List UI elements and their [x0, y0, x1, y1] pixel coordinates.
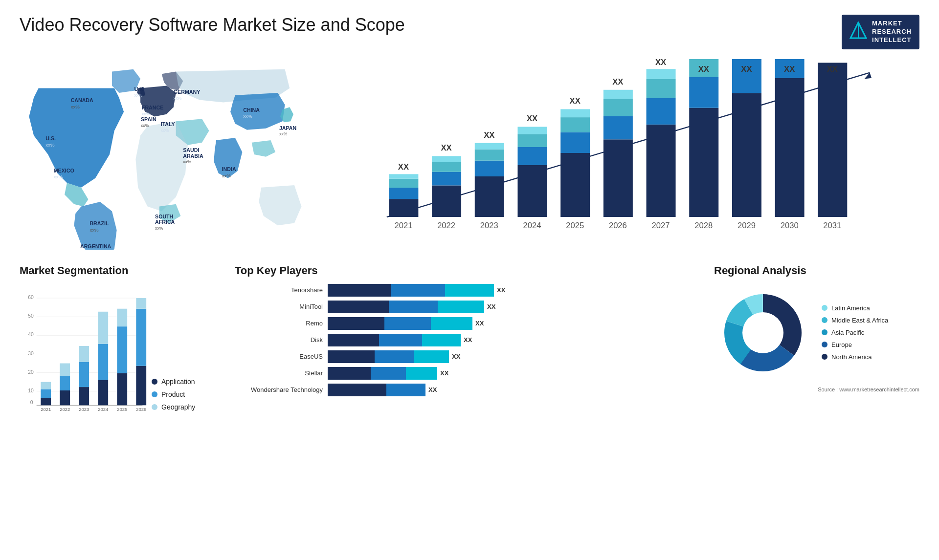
legend-geography: Geography: [152, 403, 195, 411]
svg-text:2026: 2026: [609, 221, 627, 230]
player-bar: [328, 284, 494, 297]
player-xx: XX: [440, 369, 448, 377]
svg-text:2021: 2021: [41, 406, 51, 411]
svg-text:XX: XX: [484, 130, 494, 139]
svg-rect-43: [432, 162, 461, 172]
player-row-minitool: MiniTool XX: [235, 301, 704, 313]
svg-rect-59: [560, 109, 590, 117]
player-name: Disk: [235, 336, 323, 344]
svg-text:XX: XX: [827, 65, 838, 74]
svg-text:XX: XX: [741, 65, 752, 74]
legend-europe: Europe: [822, 341, 888, 348]
svg-rect-57: [560, 132, 590, 152]
svg-rect-69: [647, 69, 676, 79]
legend-label-geography: Geography: [161, 403, 195, 411]
svg-text:FRANCE: FRANCE: [142, 105, 163, 110]
svg-text:MEXICO: MEXICO: [54, 167, 74, 173]
svg-rect-114: [79, 387, 89, 405]
svg-rect-72: [689, 77, 718, 108]
svg-rect-122: [117, 308, 127, 326]
svg-text:CANADA: CANADA: [71, 97, 93, 103]
legend-dot-europe: [822, 342, 827, 347]
svg-rect-61: [604, 139, 633, 217]
legend-label-mea: Middle East & Africa: [831, 317, 888, 324]
player-bar-wrap: XX: [328, 317, 704, 330]
svg-text:XX: XX: [398, 162, 409, 172]
svg-text:xx%: xx%: [243, 113, 252, 119]
svg-rect-119: [98, 311, 108, 344]
svg-text:2022: 2022: [60, 406, 70, 411]
header: Video Recovery Software Market Size and …: [20, 15, 919, 49]
svg-text:XX: XX: [527, 114, 537, 123]
svg-rect-117: [98, 380, 108, 405]
top-row: CANADA xx% U.S. xx% MEXICO xx% BRAZIL xx…: [20, 59, 919, 250]
player-xx: XX: [464, 336, 472, 344]
player-name: MiniTool: [235, 303, 323, 310]
svg-text:xx%: xx%: [174, 95, 182, 100]
svg-text:50: 50: [28, 313, 34, 319]
player-row-disk: Disk XX: [235, 334, 704, 346]
svg-rect-47: [475, 160, 504, 176]
svg-rect-115: [79, 362, 89, 387]
key-players: Top Key Players Tenorshare XX MiniTool: [235, 264, 704, 396]
svg-text:2024: 2024: [98, 406, 109, 411]
svg-text:JAPAN: JAPAN: [279, 125, 296, 130]
svg-text:2026: 2026: [136, 406, 146, 411]
source-line: Source : www.marketresearchintellect.com: [714, 387, 919, 392]
svg-text:ITALY: ITALY: [161, 121, 175, 127]
svg-rect-52: [517, 147, 547, 165]
player-xx: XX: [452, 353, 460, 360]
svg-rect-78: [818, 63, 847, 217]
svg-rect-63: [604, 99, 633, 116]
svg-rect-113: [60, 363, 70, 376]
svg-rect-56: [560, 153, 590, 217]
svg-text:ARGENTINA: ARGENTINA: [80, 243, 112, 249]
svg-rect-42: [432, 172, 461, 185]
svg-text:30: 30: [28, 351, 34, 356]
legend-middle-east-africa: Middle East & Africa: [822, 317, 888, 324]
svg-text:2023: 2023: [480, 221, 498, 230]
player-row-easeus: EaseUS XX: [235, 350, 704, 363]
player-bar-wrap: XX: [328, 284, 704, 297]
player-row-wondershare: Wondershare Technology XX: [235, 384, 704, 396]
svg-text:BRAZIL: BRAZIL: [89, 220, 109, 226]
player-name: Tenorshare: [235, 286, 323, 294]
legend-dot-geography: [152, 404, 157, 410]
svg-rect-36: [389, 199, 418, 217]
svg-text:0: 0: [30, 399, 33, 405]
svg-text:2028: 2028: [694, 221, 713, 230]
player-bar-wrap: XX: [328, 334, 704, 346]
player-bar-wrap: XX: [328, 367, 704, 380]
svg-rect-71: [689, 108, 718, 216]
svg-text:xx%: xx%: [142, 111, 150, 116]
logo-icon: [850, 22, 867, 43]
svg-text:10: 10: [28, 388, 34, 393]
svg-text:SPAIN: SPAIN: [141, 116, 156, 122]
svg-text:60: 60: [28, 294, 34, 300]
svg-text:2024: 2024: [523, 221, 541, 230]
world-map: CANADA xx% U.S. xx% MEXICO xx% BRAZIL xx…: [20, 59, 323, 250]
player-name: Stellar: [235, 369, 323, 377]
svg-text:INDIA: INDIA: [222, 166, 236, 172]
svg-text:xx%: xx%: [161, 128, 169, 132]
svg-rect-39: [389, 174, 418, 178]
svg-rect-109: [41, 389, 51, 398]
svg-text:AFRICA: AFRICA: [155, 219, 175, 225]
svg-text:XX: XX: [784, 65, 795, 74]
svg-rect-66: [647, 125, 676, 217]
svg-rect-38: [389, 178, 418, 187]
svg-text:xx%: xx%: [71, 104, 80, 109]
player-xx: XX: [428, 386, 437, 393]
svg-rect-44: [432, 156, 461, 162]
svg-text:XX: XX: [570, 96, 581, 106]
player-xx: XX: [487, 303, 495, 310]
svg-text:2030: 2030: [781, 221, 799, 230]
svg-text:2027: 2027: [652, 221, 670, 230]
svg-text:xx%: xx%: [183, 159, 191, 164]
legend-product: Product: [152, 390, 195, 398]
page-title: Video Recovery Software Market Size and …: [20, 15, 405, 35]
player-bar: [328, 317, 472, 330]
logo: MARKETRESEARCHINTELLECT: [842, 15, 919, 49]
svg-rect-51: [517, 165, 547, 217]
svg-text:SOUTH: SOUTH: [155, 213, 173, 219]
